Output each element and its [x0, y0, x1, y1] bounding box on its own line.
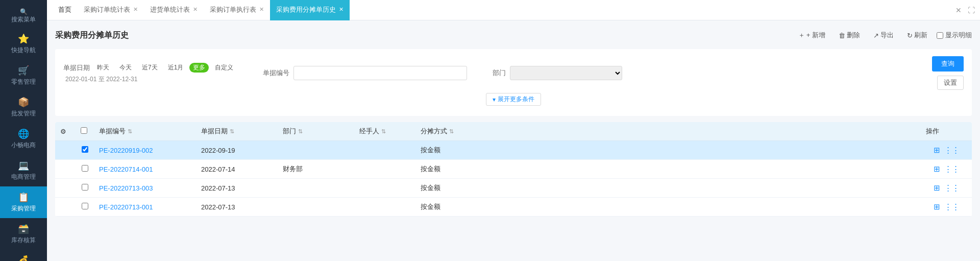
expand-more-btn[interactable]: ▾ 展开更多条件: [486, 93, 541, 106]
sort-handler-icon[interactable]: ⇅: [381, 128, 386, 135]
th-doc-date: 单据日期 ⇅: [196, 122, 278, 141]
expand-row: ▾ 展开更多条件: [63, 90, 964, 109]
sidebar-item-ecom[interactable]: 💻 电商管理: [0, 155, 47, 186]
row-operation-cell: ⊞ ⋮⋮: [921, 179, 972, 198]
th-checkbox: [76, 122, 94, 141]
th-operation-label: 操作: [926, 127, 939, 135]
sidebar-item-label: 库存核算: [11, 236, 36, 245]
tab-home[interactable]: 首页: [52, 0, 78, 20]
sort-doc-date-icon[interactable]: ⇅: [230, 128, 234, 135]
tab-close-icon[interactable]: ✕: [133, 6, 138, 13]
doc-no-link[interactable]: PE-20220713-001: [99, 203, 153, 211]
row-doc-no-cell: PE-20220713-003: [94, 179, 196, 198]
add-button[interactable]: ＋ + 新增: [794, 29, 829, 42]
sidebar-item-label: 快捷导航: [11, 46, 36, 55]
sidebar-item-label: 搜索菜单: [11, 15, 36, 24]
row-dept-cell: [278, 141, 354, 160]
sidebar-item-label: 小畅电商: [11, 141, 36, 150]
tab-purchase-order-stats[interactable]: 采购订单统计表 ✕: [78, 0, 144, 20]
last7days-btn[interactable]: 近7天: [138, 62, 162, 73]
table-body: PE-20220919-002 2022-09-19 按金额 ⊞ ⋮⋮ PE-2…: [55, 141, 972, 217]
tab-close-icon[interactable]: ✕: [193, 6, 198, 13]
more-op-icon[interactable]: ⋮⋮: [944, 202, 960, 211]
row-checkbox[interactable]: [82, 203, 88, 209]
tab-label: 采购费用分摊单历史: [276, 5, 336, 14]
edit-icon[interactable]: ⊞: [934, 164, 940, 174]
sidebar-item-wholesale[interactable]: 📦 批发管理: [0, 91, 47, 123]
sidebar-item-inventory[interactable]: 🗃️ 库存核算: [0, 218, 47, 250]
tab-home-label: 首页: [58, 5, 71, 14]
filter-row: 单据日期 昨天 今天 近7天 近1月 更多 自定义 2022-01-01 至 2…: [63, 56, 964, 90]
more-op-icon[interactable]: ⋮⋮: [944, 146, 960, 155]
sort-doc-no-icon[interactable]: ⇅: [128, 128, 132, 135]
last1month-btn[interactable]: 近1月: [164, 62, 188, 73]
row-doc-date-cell: 2022-07-13: [196, 198, 278, 217]
row-checkbox[interactable]: [82, 184, 88, 191]
refresh-button[interactable]: ↻ 刷新: [903, 29, 932, 42]
row-handler-cell: [354, 141, 415, 160]
sidebar-item-label: 零售管理: [11, 78, 36, 86]
show-cols-checkbox-label[interactable]: 显示明细: [937, 31, 972, 40]
show-cols-label: 显示明细: [945, 31, 972, 40]
cart-icon: 🛒: [18, 65, 29, 76]
gear-icon[interactable]: ⚙: [60, 128, 66, 135]
more-date-btn[interactable]: 更多: [189, 63, 209, 73]
sidebar-item-search[interactable]: 🔍 搜索菜单: [0, 4, 47, 28]
table-row: PE-20220713-003 2022-07-13 按金额 ⊞ ⋮⋮: [55, 179, 972, 198]
row-doc-no-cell: PE-20220714-001: [94, 160, 196, 179]
sidebar-item-finance[interactable]: 💰 资金管理: [0, 250, 47, 261]
tab-close-icon[interactable]: ✕: [259, 6, 264, 13]
doc-no-link[interactable]: PE-20220713-003: [99, 184, 153, 192]
row-operation-cell: ⊞ ⋮⋮: [921, 141, 972, 160]
edit-icon[interactable]: ⊞: [934, 146, 940, 155]
sort-split-method-icon[interactable]: ⇅: [449, 128, 454, 135]
tabs-right-controls: ✕ ⛶: [955, 6, 975, 14]
query-button[interactable]: 查询: [932, 56, 964, 72]
th-doc-no-label: 单据编号: [99, 127, 126, 136]
page-header: 采购费用分摊单历史 ＋ + 新增 🗑 删除 ↗ 导出 ↻: [55, 29, 972, 42]
custom-date-btn[interactable]: 自定义: [211, 62, 237, 73]
row-checkbox[interactable]: [82, 165, 88, 172]
setting-button[interactable]: 设置: [937, 76, 964, 90]
tab-purchase-cost-split[interactable]: 采购费用分摊单历史 ✕: [270, 0, 350, 20]
row-doc-date-cell: 2022-07-13: [196, 179, 278, 198]
sidebar-item-quick-nav[interactable]: ⭐ 快捷导航: [0, 28, 47, 60]
yesterday-btn[interactable]: 昨天: [93, 62, 113, 73]
select-all-checkbox[interactable]: [81, 127, 87, 134]
edit-icon[interactable]: ⊞: [934, 202, 940, 211]
show-cols-checkbox[interactable]: [937, 32, 943, 39]
row-checkbox-cell: [76, 198, 94, 217]
row-handler-cell: [354, 198, 415, 217]
data-table: ⚙ 单据编号 ⇅: [55, 122, 972, 217]
row-checkbox[interactable]: [82, 146, 88, 153]
row-gear-cell: [55, 179, 76, 198]
sidebar-item-mini-shop[interactable]: 🌐 小畅电商: [0, 123, 47, 155]
sort-dept-icon[interactable]: ⇅: [298, 128, 303, 135]
row-gear-cell: [55, 141, 76, 160]
tab-inbound-stats[interactable]: 进货单统计表 ✕: [144, 0, 204, 20]
more-op-icon[interactable]: ⋮⋮: [944, 183, 960, 193]
dept-select[interactable]: [510, 66, 622, 80]
maximize-window-icon[interactable]: ⛶: [968, 6, 975, 14]
export-button[interactable]: ↗ 导出: [869, 29, 898, 42]
today-btn[interactable]: 今天: [115, 62, 136, 73]
doc-no-link[interactable]: PE-20220714-001: [99, 165, 153, 173]
doc-no-link[interactable]: PE-20220919-002: [99, 147, 153, 154]
table-row: PE-20220919-002 2022-09-19 按金额 ⊞ ⋮⋮: [55, 141, 972, 160]
refresh-icon: ↻: [907, 32, 913, 39]
dept-label: 部门: [493, 68, 506, 78]
sidebar-item-purchase[interactable]: 📋 采购管理: [0, 186, 47, 218]
th-operation: 操作: [921, 122, 972, 141]
tab-purchase-order-exec[interactable]: 采购订单执行表 ✕: [204, 0, 270, 20]
main-content: 首页 采购订单统计表 ✕ 进货单统计表 ✕ 采购订单执行表 ✕ 采购费用分摊单历…: [47, 0, 980, 261]
delete-button[interactable]: 🗑 删除: [835, 29, 864, 42]
row-dept-cell: [278, 179, 354, 198]
row-gear-cell: [55, 198, 76, 217]
date-range-display: 2022-01-01 至 2022-12-31: [65, 75, 137, 84]
edit-icon[interactable]: ⊞: [934, 183, 940, 193]
tab-close-icon[interactable]: ✕: [339, 6, 344, 13]
close-window-icon[interactable]: ✕: [955, 6, 962, 14]
sidebar-item-retail[interactable]: 🛒 零售管理: [0, 60, 47, 91]
doc-no-input[interactable]: [293, 66, 467, 80]
more-op-icon[interactable]: ⋮⋮: [944, 164, 960, 174]
